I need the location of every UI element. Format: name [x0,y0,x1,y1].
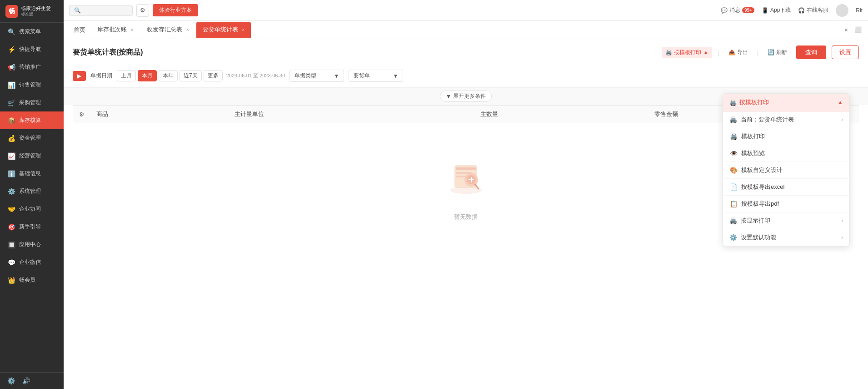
tab-batch-account[interactable]: 库存批次账 × [91,22,140,38]
tab-order-summary-close[interactable]: × [242,27,244,32]
online-service-button[interactable]: 🎧 在线客服 [798,6,828,14]
dropdown-default-sub: 设置默认功能 › [741,233,843,242]
divider-1: | [718,49,719,56]
refresh-button[interactable]: 🔄 刷新 [764,47,791,58]
sidebar-item-label: 营销推广 [19,63,41,71]
date-btn-more[interactable]: 更多 [204,70,223,81]
sidebar-item-app-center[interactable]: 🔲 应用中心 [0,236,64,253]
sidebar-item-marketing[interactable]: 📢 营销推广 [0,58,64,76]
dropdown-up-arrow[interactable]: ▲ [838,99,843,106]
dropdown-display-sub: 按显示打印 › [741,217,843,225]
query-button[interactable]: 查询 [796,45,826,59]
message-button[interactable]: 💬 消息 99+ [721,6,754,14]
filter-expand-button[interactable]: ▶ [73,71,86,81]
dropdown-default-settings[interactable]: ⚙️ 设置默认功能 › [723,229,849,246]
settings-bottom-icon[interactable]: ⚙️ [7,377,15,384]
date-btn-last-month[interactable]: 上月 [117,70,136,81]
app-download-button[interactable]: 📱 App下载 [762,6,791,14]
sidebar-item-purchase[interactable]: 🛒 采购管理 [0,94,64,111]
purchase-icon: 🛒 [7,99,15,106]
sidebar-item-label: 畅会员 [19,276,35,284]
page-inner: 要货单统计表(按商品) 🖨️ 按模板打印 ▲ | 📤 导出 | 🔄 [64,39,868,389]
sidebar-item-collab[interactable]: 🤝 企业协同 [0,200,64,218]
expand-more-button[interactable]: ▼ 展开更多条件 [440,91,492,102]
wechat-icon: 💬 [7,259,15,266]
trial-button[interactable]: 体验行业方案 [153,4,198,16]
dropdown-template-design[interactable]: 🎨 模板自定义设计 [723,162,849,179]
dropdown-template-preview[interactable]: 👁️ 模板预览 [723,145,849,162]
tab-collection-summary-label: 收发存汇总表 [147,25,182,34]
dropdown-export-pdf[interactable]: 📋 按模板导出pdf [723,196,849,212]
sidebar-item-wechat[interactable]: 💬 企业微信 [0,253,64,271]
dropdown-current-item[interactable]: 🖨️ 当前：要货单统计表 › [723,111,849,128]
table-header-quantity: 主数量 [475,106,649,123]
sidebar-item-operations[interactable]: 📈 经营管理 [0,147,64,165]
sales-icon: 📊 [7,81,15,89]
settings-button[interactable]: 设置 [832,45,859,59]
window-controls: × ⬜ [842,25,863,35]
sidebar-item-inventory[interactable]: 📦 库存核算 [0,111,64,129]
sidebar-item-search[interactable]: 🔍 搜索菜单 [0,23,64,40]
sidebar-item-label: 系统管理 [19,187,41,195]
table-header-unit: 主计量单位 [229,106,475,123]
tab-home[interactable]: 首页 [69,22,90,38]
template-design-label: 模板自定义设计 [741,166,783,174]
export-excel-label: 按模板导出excel [741,183,784,191]
sidebar-item-quick-nav[interactable]: ⚡ 快捷导航 [0,40,64,58]
header-settings-button[interactable]: ⚙ [136,4,149,17]
sidebar-item-system[interactable]: ⚙️ 系统管理 [0,182,64,200]
date-btn-7days[interactable]: 近7天 [180,70,202,81]
goods-filter-select[interactable]: 要货单 ▼ [349,70,403,82]
sidebar-item-basic[interactable]: ℹ️ 基础信息 [0,165,64,182]
dropdown-template-print[interactable]: 🖨️ 模板打印 [723,128,849,145]
message-icon: 💬 [721,7,728,14]
app-center-icon: 🔲 [7,241,15,248]
export-label: 导出 [737,49,748,56]
default-settings-label: 设置默认功能 [741,233,776,242]
sidebar-item-finance[interactable]: 💰 资金管理 [0,129,64,147]
sound-icon[interactable]: 🔊 [22,377,30,384]
app-download-label: App下载 [770,6,791,14]
dropdown-printer-icon: 🖨️ [729,99,737,106]
tab-batch-account-close[interactable]: × [130,27,133,32]
printer-icon: 🖨️ [665,49,672,56]
window-close-button[interactable]: × [842,25,851,35]
header-search-box[interactable]: 🔍 [69,5,133,16]
sidebar-item-guide[interactable]: 🎯 新手引导 [0,218,64,236]
tab-order-summary[interactable]: 要货单统计表 × [196,22,251,38]
service-icon: 🎧 [798,7,805,14]
dropdown-display-print[interactable]: 🖨️ 按显示打印 › [723,212,849,229]
tab-collection-summary-close[interactable]: × [186,27,189,32]
system-icon: ⚙️ [7,188,15,195]
export-pdf-label: 按模板导出pdf [741,200,779,208]
date-range-text: 2023-06-01 至 2023-06-30 [226,72,285,79]
finance-icon: 💰 [7,135,15,142]
sidebar-item-member[interactable]: 👑 畅会员 [0,271,64,289]
message-label: 消息 [729,6,740,14]
sidebar-logo: 畅 畅康通好生意 标准版 [0,0,64,23]
avatar[interactable] [836,4,848,17]
date-btn-this-month[interactable]: 本月 [138,70,157,81]
top-header: 🔍 ⚙ 体验行业方案 💬 消息 99+ 📱 App下载 🎧 在线客服 Rit [64,0,868,21]
dropdown-header-left: 🖨️ 按模板打印 [729,98,769,106]
sidebar-item-sales[interactable]: 📊 销售管理 [0,76,64,94]
expand-icon: ▶ [77,73,81,79]
order-type-select[interactable]: 单据类型 ▼ [289,70,344,82]
sidebar-item-label: 快捷导航 [19,45,41,53]
empty-illustration [443,156,489,197]
refresh-label: 刷新 [776,49,787,56]
tab-collection-summary[interactable]: 收发存汇总表 × [140,22,195,38]
template-preview-icon: 👁️ [729,150,738,157]
window-maximize-button[interactable]: ⬜ [853,25,863,35]
table-header-settings[interactable]: ⚙ [73,106,91,123]
print-template-button[interactable]: 🖨️ 按模板打印 ▲ [662,47,712,58]
export-button[interactable]: 📤 导出 [725,47,752,58]
empty-icon [443,156,489,206]
page-actions: 🖨️ 按模板打印 ▲ | 📤 导出 | 🔄 刷新 查询 设置 [662,45,859,59]
sidebar-item-label: 经营管理 [19,152,41,160]
template-print-label: 模板打印 [741,132,765,141]
sidebar: 畅 畅康通好生意 标准版 🔍 搜索菜单 ⚡ 快捷导航 📢 营销推广 📊 销售管理… [0,0,64,389]
dropdown-export-excel[interactable]: 📄 按模板导出excel [723,179,849,196]
date-btn-this-year[interactable]: 本年 [159,70,178,81]
export-icon: 📤 [728,49,735,56]
